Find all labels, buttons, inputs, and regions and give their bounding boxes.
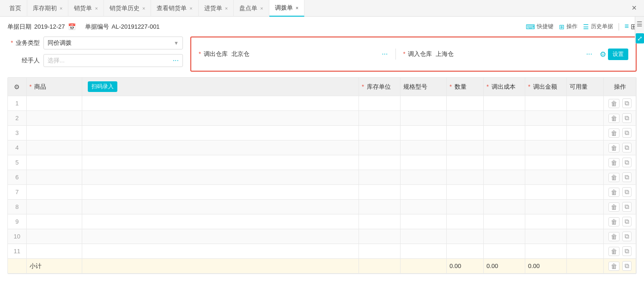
delete-row-2[interactable]: 🗑 (608, 114, 620, 123)
row-cost-1[interactable] (484, 96, 525, 111)
tab-close-6[interactable]: × (260, 6, 263, 11)
tab-inventory-init[interactable]: 库存期初 × (27, 0, 68, 17)
row-unit-5[interactable] (359, 155, 401, 170)
row-product-3[interactable] (26, 126, 82, 140)
row-product-4[interactable] (26, 140, 82, 155)
row-spec-9[interactable] (401, 214, 447, 229)
close-all-tabs[interactable]: × (628, 3, 640, 13)
scan-button[interactable]: 扫码录入 (88, 81, 117, 92)
row-product-11[interactable] (26, 244, 82, 259)
setting-gear-icon[interactable]: ⚙ (600, 50, 606, 59)
row-cost-3[interactable] (484, 126, 525, 140)
row-spec-7[interactable] (401, 185, 447, 200)
row-qty-4[interactable] (447, 140, 484, 155)
row-product-7[interactable] (26, 185, 82, 200)
row-qty-11[interactable] (447, 244, 484, 259)
row-amount-10[interactable] (525, 229, 567, 244)
copy-row-4[interactable]: ⧉ (622, 143, 632, 153)
row-qty-7[interactable] (447, 185, 484, 200)
row-cost-2[interactable] (484, 111, 525, 126)
subtotal-delete[interactable]: 🗑 (608, 262, 620, 271)
delete-row-11[interactable]: 🗑 (608, 247, 620, 256)
calendar-icon[interactable]: 📅 (68, 23, 76, 31)
layout-list-icon[interactable]: ≡ (625, 22, 629, 31)
tab-close-7[interactable]: × (296, 5, 298, 11)
row-spec-1[interactable] (401, 96, 447, 111)
delete-row-6[interactable]: 🗑 (608, 173, 620, 182)
row-unit-9[interactable] (359, 214, 401, 229)
row-cost-4[interactable] (484, 140, 525, 155)
row-product-9[interactable] (26, 214, 82, 229)
copy-row-7[interactable]: ⧉ (622, 187, 632, 197)
row-spec-4[interactable] (401, 140, 447, 155)
row-qty-8[interactable] (447, 200, 484, 214)
row-spec-5[interactable] (401, 155, 447, 170)
row-cost-6[interactable] (484, 170, 525, 185)
row-cost-7[interactable] (484, 185, 525, 200)
row-amount-11[interactable] (525, 244, 567, 259)
row-cost-5[interactable] (484, 155, 525, 170)
row-qty-9[interactable] (447, 214, 484, 229)
tab-close-2[interactable]: × (95, 6, 97, 11)
row-unit-1[interactable] (359, 96, 401, 111)
delete-row-3[interactable]: 🗑 (608, 128, 620, 138)
delete-row-5[interactable]: 🗑 (608, 158, 620, 167)
row-unit-10[interactable] (359, 229, 401, 244)
operator-select[interactable]: 选择... ··· (43, 54, 183, 67)
row-product-8[interactable] (26, 200, 82, 214)
row-cost-8[interactable] (484, 200, 525, 214)
row-unit-4[interactable] (359, 140, 401, 155)
row-amount-5[interactable] (525, 155, 567, 170)
setting-button[interactable]: 设置 (608, 49, 628, 60)
tab-purchase[interactable]: 进货单 × (199, 0, 234, 17)
tab-close-4[interactable]: × (189, 6, 192, 11)
tab-close-1[interactable]: × (60, 6, 62, 11)
row-unit-8[interactable] (359, 200, 401, 214)
row-amount-1[interactable] (525, 96, 567, 111)
row-product-1[interactable] (26, 96, 82, 111)
row-spec-6[interactable] (401, 170, 447, 185)
row-unit-6[interactable] (359, 170, 401, 185)
in-warehouse-dots[interactable]: ··· (586, 50, 592, 58)
row-qty-1[interactable] (447, 96, 484, 111)
gear-th-icon[interactable]: ⚙ (14, 83, 20, 91)
row-unit-11[interactable] (359, 244, 401, 259)
row-product-6[interactable] (26, 170, 82, 185)
sidebar-expand-icon[interactable]: ⤢ (636, 33, 644, 43)
row-amount-3[interactable] (525, 126, 567, 140)
copy-row-9[interactable]: ⧉ (622, 217, 632, 226)
operator-ellipsis[interactable]: ··· (173, 56, 179, 65)
row-amount-7[interactable] (525, 185, 567, 200)
delete-row-9[interactable]: 🗑 (608, 217, 620, 226)
row-spec-2[interactable] (401, 111, 447, 126)
row-product-10[interactable] (26, 229, 82, 244)
subtotal-copy[interactable]: ⧉ (622, 261, 632, 271)
row-cost-11[interactable] (484, 244, 525, 259)
tab-view-sales[interactable]: 查看销货单 × (151, 0, 198, 17)
copy-row-6[interactable]: ⧉ (622, 172, 632, 182)
copy-row-1[interactable]: ⧉ (622, 98, 632, 108)
table-scroll[interactable]: ⚙ * 商品 扫码录入 * 库存单位 规格型号 (8, 78, 636, 274)
row-qty-3[interactable] (447, 126, 484, 140)
delete-row-7[interactable]: 🗑 (608, 188, 620, 197)
tab-sales-history[interactable]: 销货单历史 × (104, 0, 151, 17)
row-product-5[interactable] (26, 155, 82, 170)
row-amount-2[interactable] (525, 111, 567, 126)
row-amount-8[interactable] (525, 200, 567, 214)
row-amount-4[interactable] (525, 140, 567, 155)
row-amount-9[interactable] (525, 214, 567, 229)
delete-row-8[interactable]: 🗑 (608, 202, 620, 212)
tab-home[interactable]: 首页 (4, 0, 27, 17)
delete-row-1[interactable]: 🗑 (608, 99, 620, 108)
row-cost-9[interactable] (484, 214, 525, 229)
row-qty-6[interactable] (447, 170, 484, 185)
operation-link[interactable]: ⊞ 操作 (559, 23, 577, 31)
shortcut-link[interactable]: ⌨ 快捷键 (526, 23, 553, 31)
copy-row-10[interactable]: ⧉ (622, 232, 632, 241)
row-unit-2[interactable] (359, 111, 401, 126)
out-warehouse-dots[interactable]: ··· (382, 50, 388, 58)
row-unit-3[interactable] (359, 126, 401, 140)
copy-row-8[interactable]: ⧉ (622, 202, 632, 212)
copy-row-5[interactable]: ⧉ (622, 158, 632, 167)
delete-row-10[interactable]: 🗑 (608, 232, 620, 241)
